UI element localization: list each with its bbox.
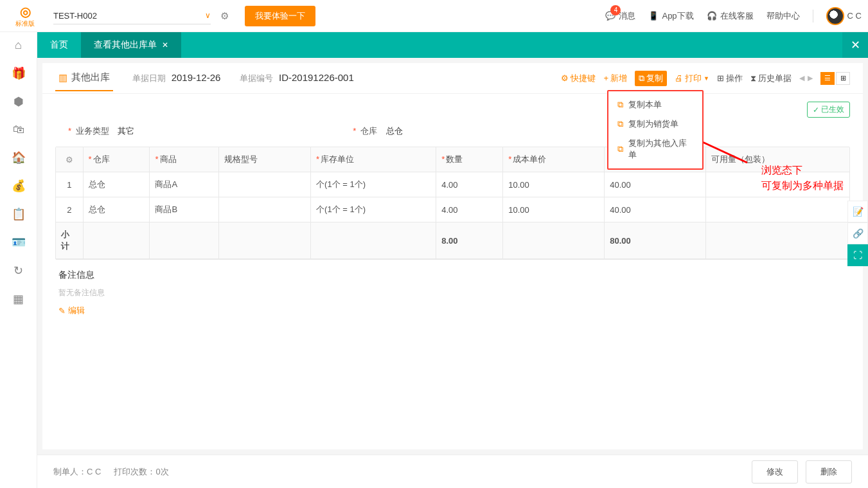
main-area: 首页 查看其他出库单 ✕ ✕ ▥ 其他出库 单据日期 2019-12-26 [37, 32, 868, 488]
view-grid-button[interactable]: ⊞ [836, 72, 850, 85]
dropdown-copy-inbound[interactable]: ⧉ 复制为其他入库单 [608, 134, 702, 165]
add-action[interactable]: + 新增 [603, 73, 627, 84]
warehouse-label: 仓库 [360, 126, 377, 136]
logo-text: 标准版 [6, 19, 44, 28]
subtotal-label: 小计 [56, 222, 83, 259]
print-action[interactable]: 🖨 打印 ▼ [675, 73, 709, 84]
col-cost-price: *成本单价 [503, 147, 605, 172]
table-row[interactable]: 2 总仓 商品B 个(1个 = 1个) 4.00 10.00 40.00 [56, 197, 849, 222]
nav-refresh-icon[interactable]: ↻ [13, 264, 23, 278]
message-badge: 4 [610, 5, 621, 15]
user-menu[interactable]: C C [826, 7, 862, 25]
dd-item2-label: 复制为销货单 [628, 118, 678, 130]
app-download-link[interactable]: 📱 App下载 [648, 10, 693, 22]
messages-link[interactable]: 💬 4 消息 [605, 10, 635, 22]
left-sidebar: ⌂ 🎁 ⬢ 🛍 🏠 💰 📋 🪪 ↻ ▦ [0, 32, 37, 488]
help-link[interactable]: 帮助中心 [766, 10, 800, 22]
nav-clipboard-icon[interactable]: 📋 [12, 207, 26, 221]
cell-available [706, 197, 849, 222]
status-text: 已生效 [821, 104, 844, 115]
top-header: ◎ 标准版 TEST-H002 ∨ ⚙ 我要体验一下 💬 4 消息 📱 App下… [0, 0, 868, 32]
nav-card-icon[interactable]: 🪪 [12, 235, 26, 249]
dropdown-copy-sales[interactable]: ⧉ 复制为销货单 [608, 114, 702, 134]
messages-label: 消息 [619, 10, 635, 22]
cell-spec [218, 197, 310, 222]
creator-info: 制单人：C C [53, 466, 101, 478]
doc-no-label: 单据编号 [240, 73, 273, 83]
chevron-down-icon: ∨ [205, 11, 211, 20]
org-selector[interactable]: TEST-H002 ∨ [53, 8, 211, 24]
subtotal-row: 小计 8.00 80.00 [56, 222, 849, 259]
required-star: * [68, 126, 71, 136]
modify-button[interactable]: 修改 [752, 460, 798, 483]
gear-small-icon: ⚙ [561, 73, 569, 83]
nav-gift-icon[interactable]: 🎁 [12, 66, 26, 80]
history-action[interactable]: ⧗ 历史单据 [750, 73, 792, 84]
view-list-button[interactable]: ☰ [820, 72, 835, 85]
remarks-empty: 暂无备注信息 [58, 287, 847, 298]
try-button[interactable]: 我要体验一下 [245, 6, 315, 26]
nav-new-icon[interactable]: ▦ [13, 292, 24, 306]
nav-building-icon[interactable]: 🏠 [12, 150, 26, 165]
doc-date: 单据日期 2019-12-26 [132, 72, 220, 84]
col-unit: *库存单位 [311, 147, 436, 172]
divider [813, 10, 813, 23]
copy-action[interactable]: ⧉ 复制 [635, 71, 667, 86]
edit-remarks-link[interactable]: ✎ 编辑 [58, 305, 85, 316]
ops-action[interactable]: ⊞ 操作 [717, 73, 743, 84]
dd-item3-label: 复制为其他入库单 [628, 138, 693, 161]
tab-close-icon[interactable]: ✕ [162, 41, 168, 50]
pager-next[interactable]: ▶ [808, 74, 813, 82]
tab-home-label: 首页 [50, 39, 68, 51]
print-label: 打印 [685, 73, 702, 84]
table-row[interactable]: 1 总仓 商品A 个(1个 = 1个) 4.00 10.00 40.00 [56, 172, 849, 197]
cell-qty: 4.00 [436, 197, 503, 222]
col-spec: 规格型号 [218, 147, 310, 172]
col-available: 可用量（包装） [706, 147, 849, 172]
tab-current[interactable]: 查看其他出库单 ✕ [81, 32, 181, 58]
service-label: 在线客服 [720, 10, 754, 22]
pencil-icon: ✎ [58, 306, 66, 316]
ops-label: 操作 [726, 73, 743, 84]
dropdown-copy-self[interactable]: ⧉ 复制本单 [608, 95, 702, 114]
nav-home-icon[interactable]: ⌂ [15, 39, 22, 52]
doc-type-tab[interactable]: ▥ 其他出库 [55, 65, 113, 91]
expand-tool[interactable]: ⛶ [847, 244, 868, 266]
cell-available [706, 172, 849, 197]
status-badge: ✓ 已生效 [807, 102, 850, 118]
settings-icon[interactable]: ⚙ [220, 10, 229, 22]
doc-copy-icon: ⧉ [617, 100, 623, 110]
copy-icon: ⧉ [639, 73, 644, 84]
copy-label: 复制 [646, 73, 663, 84]
nav-house-icon[interactable]: ⬢ [13, 95, 24, 109]
link-tool[interactable]: 🔗 [847, 222, 868, 244]
remarks-section: 备注信息 暂无备注信息 ✎ 编辑 [42, 260, 863, 326]
add-label: 新增 [610, 73, 627, 84]
plus-icon: + [603, 73, 608, 83]
print-icon: 🖨 [675, 73, 683, 83]
grid-icon: ⊞ [717, 73, 724, 83]
gear-column[interactable]: ⚙ [56, 147, 83, 172]
shortcut-action[interactable]: ⚙ 快捷键 [561, 73, 596, 84]
tab-home[interactable]: 首页 [37, 32, 81, 58]
subtotal-amount: 80.00 [605, 222, 706, 259]
cell-unit: 个(1个 = 1个) [311, 197, 436, 222]
warehouse-field: * 仓库 总仓 [353, 125, 402, 137]
delete-button[interactable]: 删除 [806, 460, 852, 483]
items-table: ⚙ *仓库 *商品 规格型号 *库存单位 *数量 *成本单价 *成本金额 可用量… [55, 147, 850, 260]
cell-warehouse: 总仓 [83, 172, 150, 197]
cell-cost-price: 10.00 [503, 197, 605, 222]
pager-prev[interactable]: ◀ [799, 74, 804, 82]
nav-bag-icon[interactable]: 🛍 [13, 123, 24, 136]
close-panel-button[interactable]: ✕ [842, 32, 868, 58]
print-count-info: 打印次数：0次 [114, 466, 168, 478]
cell-product: 商品B [150, 197, 218, 222]
phone-icon: 📱 [648, 11, 659, 21]
col-product: *商品 [150, 147, 218, 172]
shortcut-label: 快捷键 [571, 73, 596, 84]
note-tool[interactable]: 📝 [847, 201, 868, 222]
content-card: ▥ 其他出库 单据日期 2019-12-26 单据编号 ID-20191226-… [42, 63, 863, 449]
nav-money-icon[interactable]: 💰 [12, 179, 26, 193]
service-link[interactable]: 🎧 在线客服 [707, 10, 754, 22]
cell-cost-price: 10.00 [503, 172, 605, 197]
